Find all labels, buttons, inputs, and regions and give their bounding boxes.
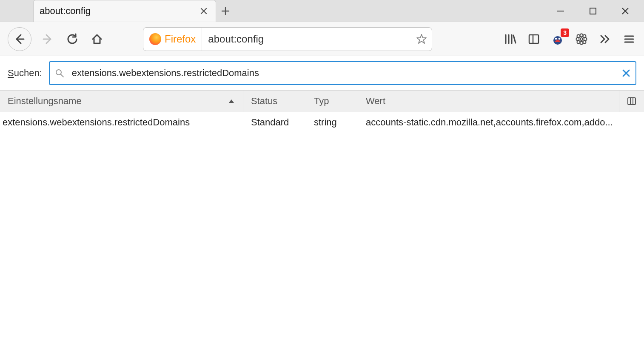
nav-toolbar: Firefox about:config 3 [0,22,644,56]
search-box-wrap [49,61,636,85]
tab-title: about:config [40,6,198,17]
cell-pref-status: Standard [243,117,306,128]
library-icon[interactable] [503,32,517,46]
svg-point-6 [580,34,583,37]
extension-flower-icon[interactable] [574,32,589,46]
cell-pref-type: string [306,117,358,128]
svg-rect-15 [628,98,635,105]
search-input[interactable] [71,67,614,79]
table-header: Einstellungsname Status Typ Wert [0,90,644,112]
close-tab-icon[interactable] [198,5,210,17]
svg-point-3 [555,37,557,40]
search-box[interactable] [49,61,636,85]
svg-point-8 [576,37,579,40]
close-window-button[interactable] [618,4,632,18]
config-search-row: Suchen: [0,56,644,90]
svg-point-4 [559,37,561,40]
search-icon [55,68,64,78]
search-label: Suchen: [8,68,42,79]
svg-point-9 [584,37,587,40]
column-header-name-label: Einstellungsname [8,96,82,107]
svg-rect-1 [529,35,539,43]
maximize-window-button[interactable] [586,4,600,18]
column-picker-button[interactable] [619,91,644,112]
reload-button[interactable] [64,31,81,48]
clear-search-icon[interactable] [622,69,630,77]
svg-point-11 [583,34,586,37]
url-text[interactable]: about:config [202,33,411,45]
table-body: extensions.webextensions.restrictedDomai… [0,112,644,133]
overflow-chevrons-icon[interactable] [598,32,613,46]
column-header-type-label: Typ [314,96,329,107]
extension-noscript-icon[interactable]: 3 [550,32,565,46]
new-tab-button[interactable] [216,0,235,22]
url-bar[interactable]: Firefox about:config [143,27,432,51]
svg-point-5 [580,38,583,40]
firefox-logo-icon [149,33,161,45]
hamburger-menu-icon[interactable] [622,32,636,46]
column-header-value-label: Wert [366,96,385,107]
back-button[interactable] [8,27,31,51]
column-header-status[interactable]: Status [243,91,306,112]
svg-rect-0 [590,8,596,14]
table-row[interactable]: extensions.webextensions.restrictedDomai… [0,112,644,133]
cell-pref-value: accounts-static.cdn.mozilla.net,accounts… [358,117,644,128]
column-header-value[interactable]: Wert [358,91,619,112]
window-controls [554,0,644,22]
column-header-status-label: Status [251,96,277,107]
bookmark-star-icon[interactable] [411,34,432,45]
svg-point-7 [580,41,583,44]
forward-button[interactable] [39,31,56,48]
column-header-type[interactable]: Typ [306,91,358,112]
extension-badge: 3 [561,28,569,37]
svg-point-10 [577,34,580,37]
tabstrip-left-spacer [0,0,33,22]
svg-point-14 [56,70,61,75]
cell-pref-name: extensions.webextensions.restrictedDomai… [0,117,243,128]
identity-label: Firefox [165,33,196,45]
browser-tab[interactable]: about:config [33,0,216,22]
identity-box[interactable]: Firefox [143,28,202,51]
tab-strip: about:config [0,0,644,22]
sort-ascending-icon [228,99,234,103]
svg-point-12 [577,40,580,43]
sidebar-icon[interactable] [527,32,541,46]
column-header-name[interactable]: Einstellungsname [0,91,243,112]
svg-point-13 [583,40,586,43]
minimize-window-button[interactable] [554,4,567,18]
home-button[interactable] [88,31,105,48]
toolbar-right: 3 [503,32,636,46]
